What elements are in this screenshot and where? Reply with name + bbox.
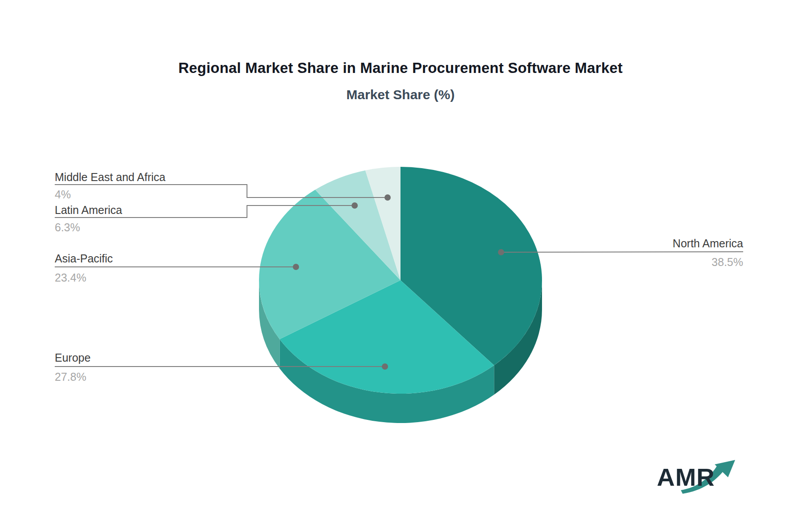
pie-chart xyxy=(0,0,801,532)
leader-dot-2 xyxy=(293,264,299,270)
slice-value-latin-america: 6.3% xyxy=(55,221,80,234)
leader-dot-1 xyxy=(382,363,388,370)
amr-logo-text: AMR xyxy=(657,463,715,492)
slice-label-north-america: North America xyxy=(673,237,743,250)
leader-line-0 xyxy=(501,252,743,252)
amr-logo: AMR xyxy=(657,463,746,498)
slice-label-europe: Europe xyxy=(55,351,91,364)
slice-label-middle-east-africa: Middle East and Africa xyxy=(55,171,166,184)
chart-canvas: Regional Market Share in Marine Procurem… xyxy=(0,0,801,532)
leader-dot-4 xyxy=(384,194,391,201)
slice-label-asia-pacific: Asia-Pacific xyxy=(55,252,113,265)
slice-label-latin-america: Latin America xyxy=(55,204,122,217)
slice-value-north-america: 38.5% xyxy=(712,256,743,269)
leader-dot-3 xyxy=(352,202,358,209)
slice-value-middle-east-africa: 4% xyxy=(55,188,71,201)
slice-value-europe: 27.8% xyxy=(55,371,86,383)
leader-dot-0 xyxy=(498,249,504,255)
slice-value-asia-pacific: 23.4% xyxy=(55,271,86,284)
